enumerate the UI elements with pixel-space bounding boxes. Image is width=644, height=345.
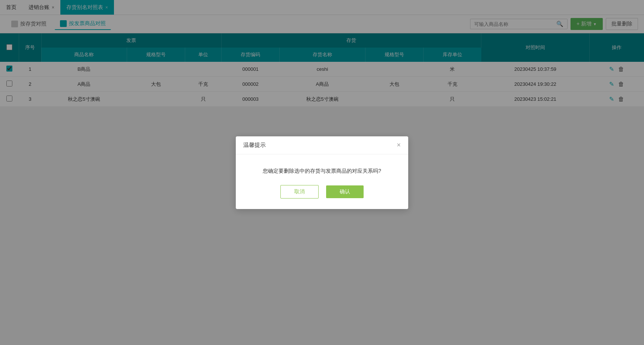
modal-overlay: 温馨提示 × 您确定要删除选中的存货与发票商品的对应关系吗? 取消 确认 <box>0 0 644 107</box>
